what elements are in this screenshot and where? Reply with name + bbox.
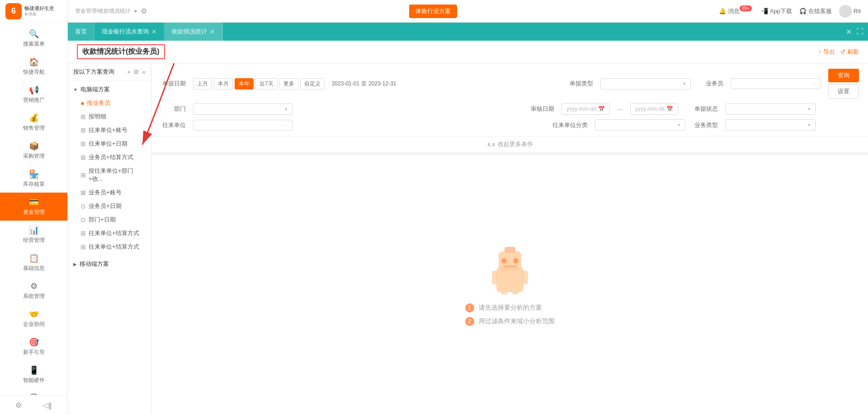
date-btn-custom[interactable]: 自定义 <box>300 78 325 90</box>
query-button[interactable]: 查询 <box>828 69 859 82</box>
sidebar-item-hardware[interactable]: 📱 智能硬件 <box>0 361 67 389</box>
salesperson-more-icon: ··· <box>812 81 816 86</box>
scheme-add-icon[interactable]: + <box>127 68 131 75</box>
review-date-label: 审核日期 <box>529 105 554 113</box>
sidebar-item-marketing[interactable]: 📢 营销推广 <box>0 80 67 108</box>
svg-rect-0 <box>496 267 524 292</box>
voucher-status-select[interactable]: ▾ <box>725 104 816 115</box>
svg-point-2 <box>501 258 507 264</box>
tab-close-collection[interactable]: ✕ <box>210 28 215 35</box>
home-icon: 🏠 <box>29 57 39 67</box>
setting-button[interactable]: 设置 <box>828 84 859 99</box>
refresh-btn[interactable]: ↺ 刷新 <box>840 48 859 56</box>
date-btn-this-month[interactable]: 本月 <box>214 78 233 90</box>
user-name[interactable]: Rit <box>839 5 861 18</box>
sidebar-item-wechat[interactable]: 💬 企业微信 <box>0 389 67 395</box>
date-quick-btns: 上月 本月 本年 近7天 更多 自定义 <box>193 78 325 90</box>
scheme-item-partner-settle2[interactable]: ⊞ 往来单位+结算方式 <box>68 240 151 254</box>
bell-icon: 🔔 <box>719 8 726 14</box>
partner-select[interactable]: ··· <box>193 120 292 131</box>
scheme-item-salesperson-settlement[interactable]: ⊞ 业务员+结算方式 <box>68 151 151 164</box>
scheme-item-partner-date[interactable]: ⊞ 往来单位+日期 <box>68 137 151 151</box>
sidebar-item-finance[interactable]: 💳 资金管理 <box>0 193 67 221</box>
filter-area: 单据日期 上月 本月 本年 近7天 更多 自定义 2023-01-01 至 <box>151 63 868 136</box>
review-date-to[interactable]: yyyy-mm-dd 📅 <box>630 103 678 115</box>
tab-close-all-btn[interactable]: ✕ <box>846 28 852 36</box>
scheme-item-partner-settle1[interactable]: ⊞ 往来单位+结算方式 <box>68 226 151 240</box>
header-dropdown-arrow[interactable]: ▾ <box>134 8 137 14</box>
empty-illustration <box>487 245 533 294</box>
tab-home[interactable]: 首页 <box>68 23 94 41</box>
user-avatar <box>839 5 852 18</box>
sidebar-item-quicknav[interactable]: 🏠 快捷导航 <box>0 52 67 80</box>
scheme-group-desktop-header[interactable]: ▼ 电脑端方案 <box>68 83 151 96</box>
date-btn-more[interactable]: 更多 <box>279 78 298 90</box>
filter-actions: 查询 设置 <box>828 69 859 99</box>
partner-label: 往来单位 <box>160 121 186 129</box>
filter-row-1: 单据日期 上月 本月 本年 近7天 更多 自定义 2023-01-01 至 <box>160 69 859 99</box>
sidebar-item-search[interactable]: 🔍 搜索菜单 <box>0 24 67 52</box>
scheme-partner-dept-icon: ⊞ <box>80 171 86 179</box>
svg-rect-8 <box>512 292 519 294</box>
marketing-icon: 📢 <box>29 85 39 95</box>
partner-cat-arrow: ▾ <box>678 122 680 128</box>
sidebar-item-basic-info[interactable]: 📋 基础信息 <box>0 249 67 277</box>
refresh-icon: ↺ <box>840 48 845 55</box>
page-area: 收款情况统计(按业务员) ↑ 导出 ↺ 刷新 按以下方案查询 + <box>68 41 868 415</box>
tab-close-bank[interactable]: ✕ <box>151 28 157 35</box>
operations-icon: 📊 <box>29 225 39 235</box>
biz-type-select[interactable]: ▾ <box>725 119 816 131</box>
search-icon: 🔍 <box>29 29 39 39</box>
tab-collection-stats[interactable]: 收款情况统计 ✕ <box>165 23 223 41</box>
svg-rect-6 <box>523 271 528 284</box>
voucher-type-select[interactable]: ▾ <box>600 78 691 90</box>
scheme-item-detail[interactable]: ⊞ 按明细 <box>68 110 151 123</box>
partner-cat-select[interactable]: ▾ <box>595 119 685 131</box>
sidebar-item-operations[interactable]: 📊 经营管理 <box>0 221 67 249</box>
tab-bank-flow[interactable]: 现金银行流水查询 ✕ <box>94 23 165 41</box>
notification-btn[interactable]: 🔔 消息 99+ <box>719 7 754 15</box>
service-icon: 🎧 <box>799 8 807 14</box>
sidebar-item-system[interactable]: ⚙ 系统管理 <box>0 277 67 305</box>
voucher-status-label: 单据状态 <box>693 105 718 113</box>
header-left: 资金管理/收款情况统计 ▾ ⚙ <box>75 7 147 15</box>
review-date-from[interactable]: yyyy-mm-dd 📅 <box>561 103 609 115</box>
empty-state: 1 请先选择要分析的方案 2 用过滤条件来缩小分析范围 <box>151 156 868 415</box>
sidebar-item-inventory[interactable]: 🏪 库存核算 <box>0 165 67 193</box>
scheme-item-by-salesperson[interactable]: ● 按业务员 <box>68 96 151 110</box>
collapse-sidebar-btn[interactable]: ◁‖ <box>43 401 52 410</box>
salesperson-select[interactable]: ··· <box>731 78 821 89</box>
inventory-icon: 🏪 <box>29 169 39 179</box>
sidebar: 6 畅捷通好生意 标准版 🔍 搜索菜单 🏠 快捷导航 📢 营销推广 💰 销售管理… <box>0 0 68 415</box>
scheme-setting-icon[interactable]: ⚙ <box>133 68 139 75</box>
scheme-active-icon: ● <box>80 99 84 107</box>
collapse-bar[interactable]: ∧∧ 收起更多条件 <box>151 136 868 152</box>
date-btn-this-year[interactable]: 本年 <box>235 78 254 90</box>
collab-icon: 🤝 <box>29 309 39 319</box>
step-2-num: 2 <box>465 317 474 326</box>
sidebar-item-purchase[interactable]: 📦 采购管理 <box>0 137 67 165</box>
sidebar-nav: 🔍 搜索菜单 🏠 快捷导航 📢 营销推广 💰 销售管理 📦 采购管理 🏪 库存核… <box>0 23 67 395</box>
settings-footer-btn[interactable]: ⚙ <box>15 401 22 410</box>
date-btn-last-7-days[interactable]: 近7天 <box>255 78 278 90</box>
sidebar-item-guide[interactable]: 🎯 新手引导 <box>0 333 67 361</box>
app-download-btn[interactable]: 📲 App下载 <box>761 7 792 15</box>
date-btn-last-month[interactable]: 上月 <box>193 78 212 90</box>
online-service-btn[interactable]: 🎧 在线客服 <box>799 7 832 15</box>
scheme-item-sp-date[interactable]: ⊙ 业务员+日期 <box>68 199 151 213</box>
tab-maximize-btn[interactable]: ⛶ <box>856 28 863 36</box>
scheme-item-sp-account[interactable]: ⊠ 业务员+账号 <box>68 186 151 199</box>
header-gear-icon[interactable]: ⚙ <box>141 7 147 15</box>
scheme-item-partner-account[interactable]: ⊞ 往来单位+账号 <box>68 123 151 137</box>
scheme-item-dept-date[interactable]: ⊙ 部门+日期 <box>68 213 151 226</box>
sidebar-item-sales[interactable]: 💰 销售管理 <box>0 108 67 137</box>
trial-button[interactable]: 体验行业方案 <box>409 5 457 18</box>
sidebar-item-collab[interactable]: 🤝 企业协同 <box>0 305 67 333</box>
dept-select[interactable]: ▾ <box>193 104 292 115</box>
collapse-up-icon: ∧∧ <box>487 141 496 148</box>
svg-rect-7 <box>501 292 508 294</box>
export-btn[interactable]: ↑ 导出 <box>819 48 835 56</box>
scheme-collapse-icon[interactable]: « <box>142 68 146 75</box>
scheme-group-mobile-header[interactable]: ▶ 移动端方案 <box>68 257 151 271</box>
scheme-item-partner-dept[interactable]: ⊞ 按往来单位+部门+收... <box>68 164 151 186</box>
